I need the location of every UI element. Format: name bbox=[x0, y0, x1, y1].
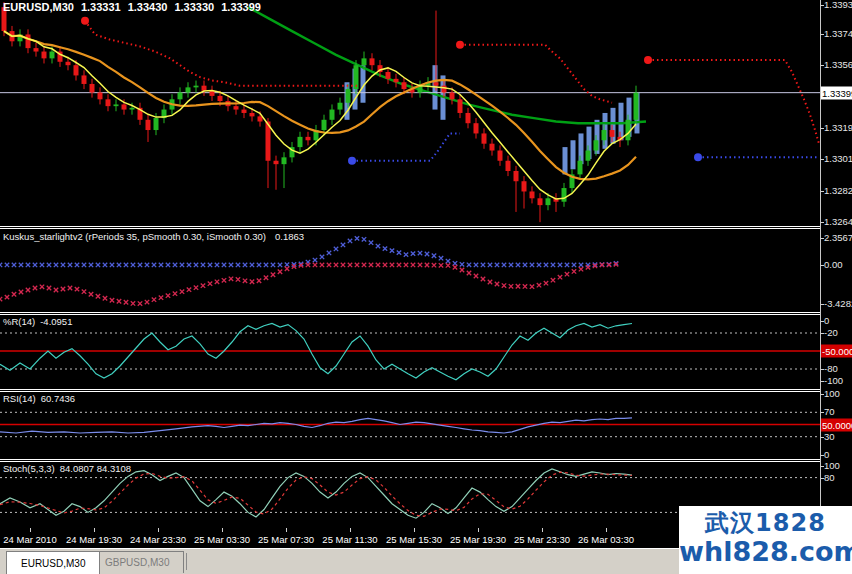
time-label: 25 Mar 19:30 bbox=[450, 534, 506, 545]
watermark-line2: whl828.com bbox=[679, 537, 852, 567]
axis-tick bbox=[820, 191, 824, 192]
time-label: 24 Mar 19:30 bbox=[66, 534, 122, 545]
wpr-tick-label: -20 bbox=[824, 328, 838, 338]
rsi-tick-label: 70 bbox=[824, 407, 835, 417]
time-label: 26 Mar 03:30 bbox=[578, 534, 634, 545]
axis-tick bbox=[820, 394, 824, 395]
mt4-chart-window: EURUSD,M301.333311.334301.333301.33399 K… bbox=[0, 0, 852, 574]
axis-tick bbox=[820, 304, 824, 305]
price-tick-label: 1.33010 bbox=[824, 154, 852, 164]
time-tick bbox=[542, 528, 543, 532]
rsi-level-label: 50.0000 bbox=[821, 418, 852, 431]
axis-tick bbox=[820, 437, 824, 438]
wpr-canvas[interactable] bbox=[0, 315, 821, 389]
axis-tick bbox=[820, 159, 824, 160]
price-tick-label: 1.32825 bbox=[824, 186, 852, 196]
price-tick-label: 1.33930 bbox=[824, 0, 852, 10]
wpr-label: %R(14)-4.0951 bbox=[3, 316, 72, 327]
time-tick bbox=[286, 528, 287, 532]
williams-percent-r-pane[interactable]: %R(14)-4.0951 bbox=[0, 315, 821, 389]
price-tick-label: 1.33745 bbox=[824, 29, 852, 39]
axis-tick bbox=[820, 128, 824, 129]
axis-tick bbox=[820, 34, 824, 35]
time-label: 25 Mar 23:30 bbox=[514, 534, 570, 545]
axis-tick bbox=[820, 5, 824, 6]
time-tick bbox=[158, 528, 159, 532]
rsi-canvas[interactable] bbox=[0, 392, 821, 459]
axis-tick bbox=[820, 412, 824, 413]
stoch-label: Stoch(5,3,3)84.0807 84.3108 bbox=[3, 463, 131, 474]
axis-tick bbox=[820, 369, 824, 370]
price-tick-label: 1.33560 bbox=[824, 60, 852, 70]
wpr-tick-label: -80 bbox=[824, 364, 838, 374]
quote-close: 1.33399 bbox=[221, 1, 261, 13]
quote-high: 1.33430 bbox=[128, 1, 168, 13]
time-label: 25 Mar 15:30 bbox=[386, 534, 442, 545]
axis-tick bbox=[820, 381, 824, 382]
chart-title: EURUSD,M301.333311.334301.333301.33399 bbox=[3, 1, 268, 13]
rsi-value: 60.7436 bbox=[41, 393, 75, 404]
stoch-value: 84.0807 84.3108 bbox=[60, 463, 131, 474]
tab-divider bbox=[186, 553, 187, 570]
stoch-tick-label: 100 bbox=[824, 461, 840, 471]
price-tick-label: 1.33190 bbox=[824, 123, 852, 133]
rsi-tick-label: 30 bbox=[824, 432, 835, 442]
wpr-value: -4.0951 bbox=[40, 316, 72, 327]
quote-open: 1.33331 bbox=[81, 1, 121, 13]
axis-tick bbox=[820, 455, 824, 456]
time-tick bbox=[222, 528, 223, 532]
symbol-period-label: EURUSD,M30 bbox=[3, 1, 74, 13]
time-tick bbox=[350, 528, 351, 532]
tab-eurusd-m30[interactable]: EURUSD,M30 bbox=[6, 551, 100, 574]
time-tick bbox=[606, 528, 607, 532]
wpr-tick-label: 0 bbox=[824, 316, 829, 326]
rsi-label: RSI(14)60.7436 bbox=[3, 393, 75, 404]
time-tick bbox=[414, 528, 415, 532]
time-tick bbox=[478, 528, 479, 532]
time-label: 25 Mar 11:30 bbox=[322, 534, 377, 545]
axis-tick bbox=[820, 265, 824, 266]
axis-tick bbox=[820, 466, 824, 467]
watermark-line1: 武汉1828 bbox=[679, 509, 852, 537]
axis-tick bbox=[820, 333, 824, 334]
kuskus-starlight-pane[interactable]: Kuskus_starlightv2 (rPeriods 35, pSmooth… bbox=[0, 229, 821, 312]
kuskus-value: 0.1863 bbox=[275, 231, 304, 242]
time-label: 25 Mar 03:30 bbox=[194, 534, 250, 545]
axis-tick bbox=[820, 478, 824, 479]
main-price-pane[interactable]: EURUSD,M301.333311.334301.333301.33399 bbox=[0, 0, 821, 226]
price-tick-label: 1.32640 bbox=[824, 217, 852, 227]
tab-gbpusd-m30[interactable]: GBPUSD,M30 bbox=[90, 551, 184, 573]
wpr-level-label: -50.0000 bbox=[821, 345, 852, 358]
kuskus-tick-label: -3.4282 bbox=[824, 299, 852, 309]
time-tick bbox=[30, 528, 31, 532]
axis-tick bbox=[820, 238, 824, 239]
watermark: 武汉1828 whl828.com bbox=[679, 506, 852, 574]
quote-low: 1.33330 bbox=[174, 1, 214, 13]
stoch-tick-label: 80 bbox=[824, 473, 835, 483]
axis-tick bbox=[820, 222, 824, 223]
kuskus-label: Kuskus_starlightv2 (rPeriods 35, pSmooth… bbox=[3, 231, 304, 242]
kuskus-tick-label: 2.3567 bbox=[824, 233, 852, 243]
wpr-tick-label: -100 bbox=[824, 376, 843, 386]
time-label: 25 Mar 07:30 bbox=[258, 534, 314, 545]
current-price-label: 1.33399 bbox=[821, 86, 852, 99]
main-chart-canvas[interactable] bbox=[0, 0, 821, 226]
time-label: 24 Mar 2010 bbox=[3, 534, 56, 545]
axis-tick bbox=[820, 321, 824, 322]
time-label: 24 Mar 23:30 bbox=[130, 534, 186, 545]
rsi-pane[interactable]: RSI(14)60.7436 bbox=[0, 392, 821, 459]
rsi-tick-label: 0 bbox=[824, 450, 829, 460]
rsi-tick-label: 100 bbox=[824, 389, 840, 399]
axis-tick bbox=[820, 65, 824, 66]
time-tick bbox=[94, 528, 95, 532]
kuskus-tick-label: 0.00 bbox=[824, 260, 843, 270]
